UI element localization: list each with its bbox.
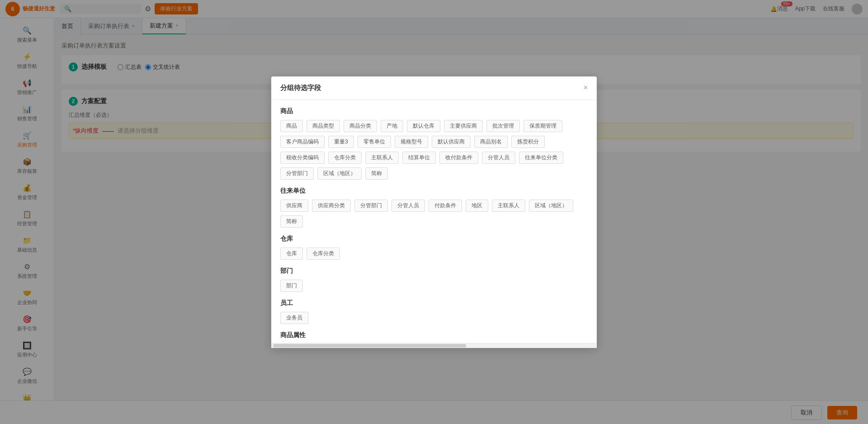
field-tag-settlement-unit[interactable]: 结算单位	[402, 152, 436, 164]
department-field-tags: 部门	[280, 280, 588, 292]
section-employee: 员工 业务员	[280, 299, 588, 324]
modal-overlay: 分组待选字段 × 商品 商品 商品类型 商品分类 产地 默认仓库 主要供应商 批…	[0, 0, 868, 424]
modal-scrollbar-thumb	[273, 344, 466, 348]
warehouse-field-tags: 仓库 仓库分类	[280, 248, 588, 260]
field-tag-product-type[interactable]: 商品类型	[307, 120, 340, 132]
field-tag-region-product[interactable]: 区域（地区）	[317, 167, 362, 180]
field-tag-payment-conditions[interactable]: 收付款条件	[439, 152, 478, 164]
field-tag-main-contact[interactable]: 主联系人	[365, 152, 399, 164]
section-warehouse: 仓库 仓库 仓库分类	[280, 235, 588, 260]
field-tag-warehouse-category[interactable]: 仓库分类	[328, 152, 362, 164]
modal-body: 商品 商品 商品类型 商品分类 产地 默认仓库 主要供应商 批次管理 保质期管理…	[271, 100, 597, 343]
modal-horizontal-scrollbar[interactable]	[271, 343, 597, 348]
field-tag-pick-points[interactable]: 拣货积分	[511, 136, 545, 148]
field-tag-department[interactable]: 部门	[280, 280, 303, 292]
section-department-title: 部门	[280, 267, 588, 275]
section-warehouse-title: 仓库	[280, 235, 588, 243]
product-field-tags: 商品 商品类型 商品分类 产地 默认仓库 主要供应商 批次管理 保质期管理 客户…	[280, 120, 588, 180]
field-tag-origin[interactable]: 产地	[381, 120, 403, 132]
field-tag-region-partner[interactable]: 区域（地区）	[529, 200, 573, 212]
field-tag-area[interactable]: 地区	[466, 200, 488, 212]
field-tag-supervisor[interactable]: 分管人员	[482, 152, 515, 164]
field-tag-abbr-partner[interactable]: 简称	[280, 215, 303, 228]
field-tag-tax-code[interactable]: 税收分类编码	[280, 152, 325, 164]
field-tag-abbr-product[interactable]: 简称	[365, 167, 388, 180]
field-select-modal: 分组待选字段 × 商品 商品 商品类型 商品分类 产地 默认仓库 主要供应商 批…	[271, 76, 597, 348]
section-partner-title: 往来单位	[280, 187, 588, 195]
field-tag-salesperson[interactable]: 业务员	[280, 312, 308, 324]
field-tag-supplier-category[interactable]: 供应商分类	[312, 200, 351, 212]
employee-field-tags: 业务员	[280, 312, 588, 324]
field-tag-supplier[interactable]: 供应商	[280, 200, 308, 212]
field-tag-main-supplier[interactable]: 主要供应商	[444, 120, 483, 132]
field-tag-retail-unit[interactable]: 零售单位	[358, 136, 391, 148]
section-product-attr-title: 商品属性	[280, 331, 588, 339]
section-partner: 往来单位 供应商 供应商分类 分管部门 分管人员 付款条件 地区 主联系人 区域…	[280, 187, 588, 228]
partner-field-tags: 供应商 供应商分类 分管部门 分管人员 付款条件 地区 主联系人 区域（地区） …	[280, 200, 588, 228]
field-tag-spec-model[interactable]: 规格型号	[395, 136, 428, 148]
field-tag-batch-mgmt[interactable]: 批次管理	[486, 120, 520, 132]
section-department: 部门 部门	[280, 267, 588, 292]
field-tag-partner-category[interactable]: 往来单位分类	[519, 152, 563, 164]
field-tag-default-supplier[interactable]: 默认供应商	[432, 136, 471, 148]
field-tag-product-alias[interactable]: 商品别名	[474, 136, 508, 148]
modal-title: 分组待选字段	[280, 84, 321, 92]
field-tag-dept[interactable]: 分管部门	[354, 200, 388, 212]
section-product-title: 商品	[280, 107, 588, 115]
field-tag-weight3[interactable]: 重量3	[328, 136, 354, 148]
field-tag-default-warehouse[interactable]: 默认仓库	[407, 120, 440, 132]
section-product-attr: 商品属性 属性 颜色 多规格 尺码 鞋码 1	[280, 331, 588, 343]
section-employee-title: 员工	[280, 299, 588, 307]
field-tag-warehouse-cat[interactable]: 仓库分类	[307, 248, 340, 260]
modal-close-button[interactable]: ×	[584, 84, 588, 92]
field-tag-dept-supervisor[interactable]: 分管部门	[280, 167, 314, 180]
field-tag-main-contact-partner[interactable]: 主联系人	[492, 200, 525, 212]
modal-header: 分组待选字段 ×	[271, 76, 597, 100]
field-tag-personnel[interactable]: 分管人员	[392, 200, 425, 212]
section-product: 商品 商品 商品类型 商品分类 产地 默认仓库 主要供应商 批次管理 保质期管理…	[280, 107, 588, 180]
field-tag-product[interactable]: 商品	[280, 120, 303, 132]
field-tag-payment-term[interactable]: 付款条件	[429, 200, 462, 212]
field-tag-product-category[interactable]: 商品分类	[344, 120, 377, 132]
field-tag-shelf-life[interactable]: 保质期管理	[524, 120, 562, 132]
field-tag-customer-code[interactable]: 客户商品编码	[280, 136, 325, 148]
field-tag-warehouse[interactable]: 仓库	[280, 248, 303, 260]
